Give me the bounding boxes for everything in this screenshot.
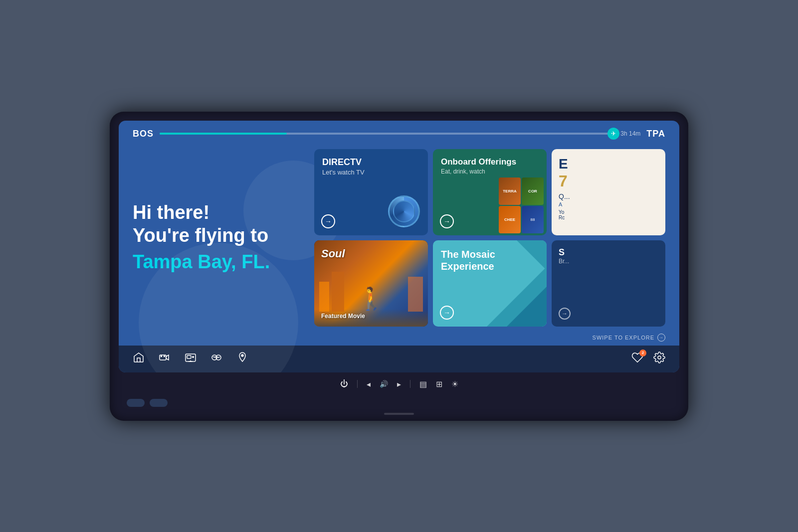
main-content: Hi there! You're flying to Tampa Bay, FL… [119, 144, 679, 334]
flight-progress-bar: BOS ✈ 3h 14m TPA [119, 121, 679, 144]
nav-icons-left [133, 352, 617, 366]
partial-extra: Q... [559, 192, 658, 200]
snacks-image: TERRA COR CHEE 88 [497, 176, 547, 235]
onboard-card[interactable]: Onboard Offerings Eat, drink, watch → TE… [433, 149, 547, 235]
partial-body: YoRc [559, 209, 658, 220]
svg-rect-4 [187, 355, 191, 358]
onboard-arrow[interactable]: → [440, 214, 454, 228]
home-icon [133, 352, 145, 363]
att-logo [388, 195, 420, 227]
physical-button-bar: ⏻ ◂ 🔊 ▸ ▤ ⊞ ☀ [119, 372, 679, 391]
brightness-button[interactable]: ☀ [451, 379, 458, 389]
movie-camera-icon [159, 352, 171, 363]
svg-point-5 [192, 356, 194, 358]
nav-home[interactable] [133, 352, 145, 366]
destination-text: Tampa Bay, FL. [133, 251, 302, 274]
mosaic-card[interactable]: The Mosaic Experience → [433, 240, 547, 327]
device-bezel: BOS ✈ 3h 14m TPA Hi there! You're flying… [110, 112, 688, 421]
directv-subtitle: Let's watch TV [322, 169, 420, 176]
divider2 [410, 380, 410, 388]
svg-point-2 [164, 355, 165, 356]
soul-card[interactable]: 🚶 Soul Featured Movie [314, 240, 428, 327]
plane-icon: ✈ [607, 128, 619, 140]
partial-br-sub: Br... [559, 258, 658, 265]
directv-title: DIRECTV [322, 157, 420, 168]
left-control-1[interactable] [127, 399, 145, 407]
partial-arrow[interactable]: → [559, 308, 571, 320]
directv-card[interactable]: DIRECTV Let's watch TV → [314, 149, 428, 235]
location-pin-icon [236, 352, 248, 363]
soul-label: Featured Movie [321, 313, 365, 320]
snack-corner: COR [522, 177, 544, 205]
flight-duration: 3h 14m [620, 130, 640, 137]
building3 [408, 277, 423, 312]
bottom-nav: 2 [119, 346, 679, 372]
prev-button[interactable]: ◂ [367, 379, 371, 389]
progress-fill [160, 133, 287, 135]
svg-rect-0 [160, 355, 166, 360]
building1 [319, 282, 329, 312]
rec-button[interactable]: ⊞ [436, 379, 442, 389]
nav-settings[interactable] [653, 352, 665, 366]
nav-entertainment[interactable] [210, 352, 222, 366]
svg-point-9 [658, 356, 661, 359]
nav-map[interactable] [236, 352, 248, 366]
next-button[interactable]: ▸ [397, 379, 401, 389]
partial-title: E [559, 156, 658, 172]
greeting-section: Hi there! You're flying to Tampa Bay, FL… [133, 149, 302, 327]
tv-icon [185, 352, 197, 363]
left-buttons [127, 399, 168, 407]
soul-figure: 🚶 [358, 286, 385, 312]
nav-tv[interactable] [185, 352, 197, 366]
masks-icon [210, 352, 222, 363]
origin-airport: BOS [133, 129, 154, 139]
favorites-badge: 2 [639, 350, 646, 356]
building2 [332, 272, 344, 312]
power-button[interactable]: ⏻ [340, 379, 348, 388]
svg-point-8 [241, 355, 243, 356]
mosaic-title: The Mosaic Experience [441, 248, 539, 272]
soul-title: Soul [321, 247, 345, 260]
mosaic-triangle-2 [507, 287, 547, 327]
nav-icons-right: 2 [631, 352, 665, 366]
destination-airport: TPA [646, 129, 665, 139]
divider [357, 380, 358, 388]
snack-cheez: CHEE [499, 206, 521, 233]
snack-other: 88 [522, 206, 544, 233]
mosaic-arrow[interactable]: → [440, 306, 454, 320]
partial-top-card[interactable]: E 7 Q... A YoRc [552, 149, 665, 235]
greeting-text: Hi there! You're flying to [133, 201, 302, 247]
screen: BOS ✈ 3h 14m TPA Hi there! You're flying… [119, 121, 679, 372]
partial-bottom-card[interactable]: S Br... → [552, 240, 665, 327]
onboard-subtitle: Eat, drink, watch [441, 168, 539, 175]
partial-br-title: S [559, 247, 658, 258]
settings-icon [653, 352, 665, 363]
directv-arrow[interactable]: → [321, 214, 335, 228]
svg-point-1 [161, 355, 162, 356]
center-buttons: ⏻ ◂ 🔊 ▸ ▤ ⊞ ☀ [340, 379, 458, 389]
swipe-circle: → [657, 334, 665, 342]
onboard-title: Onboard Offerings [441, 157, 539, 167]
snack-terra: TERRA [499, 177, 521, 205]
partial-sub: A [559, 201, 658, 207]
menu-button[interactable]: ▤ [419, 379, 427, 389]
vol-icon: 🔊 [380, 380, 388, 388]
partial-number: 7 [559, 172, 658, 190]
usb-port [384, 413, 414, 415]
left-control-2[interactable] [150, 399, 168, 407]
progress-track: ✈ [160, 133, 614, 135]
cards-grid: DIRECTV Let's watch TV → Onboard Offerin… [314, 149, 665, 327]
swipe-hint: SWIPE TO EXPLORE → [119, 334, 679, 346]
nav-favorites[interactable]: 2 [631, 352, 643, 366]
nav-movies[interactable] [159, 352, 171, 366]
